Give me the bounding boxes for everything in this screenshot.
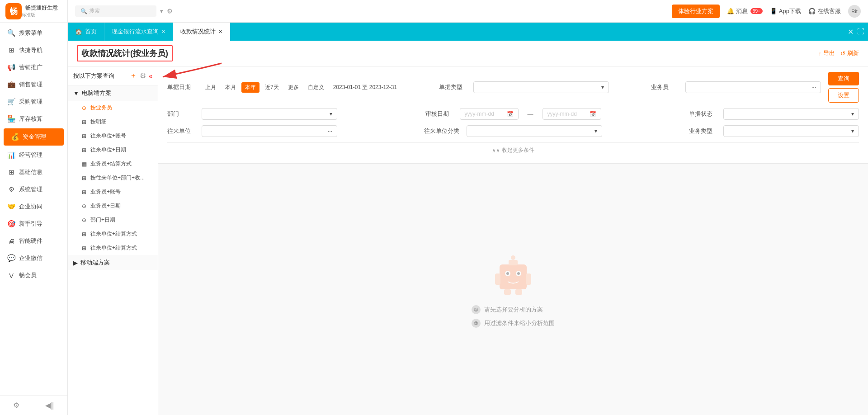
topbar-left: 🔍 搜索 ▾ ⚙ bbox=[75, 5, 173, 17]
scheme-settings-icon[interactable]: ⚙ bbox=[140, 71, 146, 80]
sidebar-item-search[interactable]: 🔍 搜索菜单 bbox=[0, 24, 67, 42]
scheme-group-mobile-header[interactable]: ▶ 移动端方案 bbox=[68, 255, 158, 270]
salesperson-select[interactable]: ··· bbox=[685, 81, 821, 93]
search-topbar-icon: 🔍 bbox=[80, 8, 87, 14]
scheme-item-label-9: 往来单位+结算方式 bbox=[90, 230, 137, 238]
dept-select[interactable]: ▾ bbox=[202, 108, 337, 120]
scheme-item-6[interactable]: ⊞ 业务员+账号 bbox=[68, 185, 158, 199]
scheme-group-mobile-label: 移动端方案 bbox=[80, 259, 110, 267]
logo-area: 畅 畅捷通好生意 标准版 bbox=[0, 0, 67, 23]
close-window-icon[interactable]: ✕ bbox=[848, 28, 854, 36]
sidebar-item-purchase[interactable]: 🛒 采购管理 bbox=[0, 93, 67, 110]
scheme-item-9[interactable]: ⊞ 往来单位+结算方式 bbox=[68, 227, 158, 241]
sidebar-item-label: 资金管理 bbox=[23, 133, 46, 141]
empty-icon bbox=[486, 251, 540, 296]
settings-button[interactable]: 设置 bbox=[828, 88, 859, 103]
purchase-icon: 🛒 bbox=[7, 98, 15, 106]
query-button[interactable]: 查询 bbox=[828, 72, 859, 85]
tab-collection[interactable]: 收款情况统计 ✕ bbox=[173, 23, 230, 41]
sidebar-item-cooperation[interactable]: 🤝 企业协同 bbox=[0, 198, 67, 215]
page-actions: ↑ 导出 ↺ 刷新 bbox=[819, 49, 859, 57]
export-button[interactable]: ↑ 导出 bbox=[819, 49, 835, 57]
dropdown-icon[interactable]: ▾ bbox=[160, 8, 163, 14]
scheme-item-label-10: 往来单位+结算方式 bbox=[90, 244, 137, 252]
biz-type-chevron-icon: ▾ bbox=[851, 128, 854, 134]
sidebar-item-hardware[interactable]: 🖨 智能硬件 bbox=[0, 232, 67, 250]
sidebar-item-marketing[interactable]: 📢 营销推广 bbox=[0, 59, 67, 76]
expand-pc-icon: ▼ bbox=[73, 90, 79, 97]
messages-action[interactable]: 🔔 消息 99+ bbox=[727, 7, 763, 15]
scheme-panel-title: 按以下方案查询 bbox=[73, 72, 114, 80]
date-tab-last-month[interactable]: 上月 bbox=[202, 82, 220, 93]
date-separator: — bbox=[528, 111, 533, 118]
step-1-text: 请先选择要分析的方案 bbox=[484, 306, 543, 314]
trial-button[interactable]: 体验行业方案 bbox=[672, 5, 720, 18]
guide-icon: 🎯 bbox=[7, 220, 15, 228]
add-scheme-icon[interactable]: ＋ bbox=[130, 71, 137, 80]
sidebar-item-warehouse[interactable]: 🏪 库存核算 bbox=[0, 110, 67, 127]
scheme-item-8[interactable]: ⊙ 部门+日期 bbox=[68, 213, 158, 227]
settings-topbar-icon[interactable]: ⚙ bbox=[167, 7, 173, 15]
sidebar-item-member[interactable]: V 畅会员 bbox=[0, 267, 67, 284]
collapse-sidebar-icon[interactable]: ◀‖ bbox=[43, 399, 56, 411]
scheme-item-10[interactable]: ⊞ 往来单位+结算方式 bbox=[68, 241, 158, 255]
sales-icon: 💼 bbox=[7, 80, 15, 89]
expand-mobile-icon: ▶ bbox=[73, 259, 78, 266]
scheme-item-icon-6: ⊞ bbox=[80, 189, 88, 195]
sidebar-item-guide[interactable]: 🎯 新手引导 bbox=[0, 215, 67, 232]
date-tab-this-month[interactable]: 本月 bbox=[222, 82, 240, 93]
sidebar-item-quicknav[interactable]: ⊞ 快捷导航 bbox=[0, 42, 67, 59]
scheme-item-2[interactable]: ⊞ 往来单位+账号 bbox=[68, 129, 158, 143]
collapse-filters-button[interactable]: ∧∧ 收起更多条件 bbox=[167, 142, 859, 158]
chevron-down-icon: ▾ bbox=[601, 84, 604, 90]
tab-close-bank-flow[interactable]: ✕ bbox=[161, 29, 165, 35]
sidebar-item-sales[interactable]: 💼 销售管理 bbox=[0, 76, 67, 93]
refresh-icon: ↺ bbox=[840, 50, 845, 57]
date-tab-this-year[interactable]: 本年 bbox=[241, 82, 259, 93]
scheme-item-label-6: 业务员+账号 bbox=[90, 188, 121, 196]
scheme-item-7[interactable]: ⊙ 业务员+日期 bbox=[68, 199, 158, 213]
sidebar-item-operations[interactable]: 📊 经营管理 bbox=[0, 146, 67, 164]
scheme-item-4[interactable]: ▦ 业务员+结算方式 bbox=[68, 157, 158, 171]
maximize-icon[interactable]: ⛶ bbox=[857, 28, 864, 36]
partner-select[interactable]: ··· bbox=[202, 125, 337, 137]
doc-type-select[interactable]: ▾ bbox=[473, 81, 609, 93]
audit-date-start[interactable]: yyyy-mm-dd 📅 bbox=[460, 108, 519, 120]
sidebar-item-system[interactable]: ⚙ 系统管理 bbox=[0, 181, 67, 198]
breadcrumb-area: 🔍 搜索 bbox=[75, 5, 156, 17]
settings-bottom-icon[interactable]: ⚙ bbox=[11, 399, 21, 411]
sidebar-item-label: 企业微信 bbox=[19, 254, 42, 262]
scheme-item-3[interactable]: ⊞ 往来单位+日期 bbox=[68, 143, 158, 157]
sidebar-item-basic[interactable]: ⊞ 基础信息 bbox=[0, 164, 67, 181]
scheme-item-5[interactable]: ⊞ 按往来单位+部门+收... bbox=[68, 171, 158, 185]
biz-type-select[interactable]: ▾ bbox=[723, 125, 859, 137]
scheme-group-pc-header[interactable]: ▼ 电脑端方案 bbox=[68, 85, 158, 101]
refresh-button[interactable]: ↺ 刷新 bbox=[840, 49, 859, 57]
app-download-action[interactable]: 📱 App下载 bbox=[770, 7, 801, 15]
sidebar-item-label: 营销推广 bbox=[19, 63, 42, 71]
scheme-list: ▼ 电脑端方案 ⊙ 按业务员 ⊞ 按明细 ⊞ 往 bbox=[68, 85, 158, 415]
step-num-1: ① bbox=[472, 305, 481, 314]
date-tab-7days[interactable]: 近7天 bbox=[261, 82, 283, 93]
collapse-scheme-icon[interactable]: « bbox=[149, 72, 152, 80]
doc-status-select[interactable]: ▾ bbox=[723, 108, 859, 120]
topbar: 🔍 搜索 ▾ ⚙ 体验行业方案 🔔 消息 99+ 📱 App下载 🎧 在线客服 bbox=[68, 0, 868, 23]
date-tab-custom[interactable]: 自定义 bbox=[304, 82, 328, 93]
online-service-action[interactable]: 🎧 在线客服 bbox=[808, 7, 841, 15]
user-avatar[interactable]: Rit bbox=[848, 5, 861, 18]
date-tab-more[interactable]: 更多 bbox=[284, 82, 302, 93]
sidebar-item-wechat[interactable]: 💬 企业微信 bbox=[0, 250, 67, 267]
megaphone-icon: 📢 bbox=[7, 63, 15, 71]
sidebar-item-finance[interactable]: 💰 资金管理 bbox=[4, 128, 64, 146]
phone-icon: 📱 bbox=[770, 8, 777, 14]
more-icon: ··· bbox=[811, 84, 816, 90]
tab-bank-flow[interactable]: 现金银行流水查询 ✕ bbox=[104, 23, 173, 41]
tab-home[interactable]: 🏠 首页 bbox=[68, 23, 104, 41]
biz-type-label: 业务类型 bbox=[689, 127, 716, 135]
scheme-item-1[interactable]: ⊞ 按明细 bbox=[68, 115, 158, 129]
partner-category-select[interactable]: ▾ bbox=[467, 125, 602, 137]
empty-step-2: ② 用过滤条件来缩小分析范围 bbox=[472, 319, 555, 328]
audit-date-end[interactable]: yyyy-mm-dd 📅 bbox=[542, 108, 601, 120]
tab-close-collection[interactable]: ✕ bbox=[218, 29, 222, 35]
scheme-item-0[interactable]: ⊙ 按业务员 bbox=[68, 101, 158, 115]
